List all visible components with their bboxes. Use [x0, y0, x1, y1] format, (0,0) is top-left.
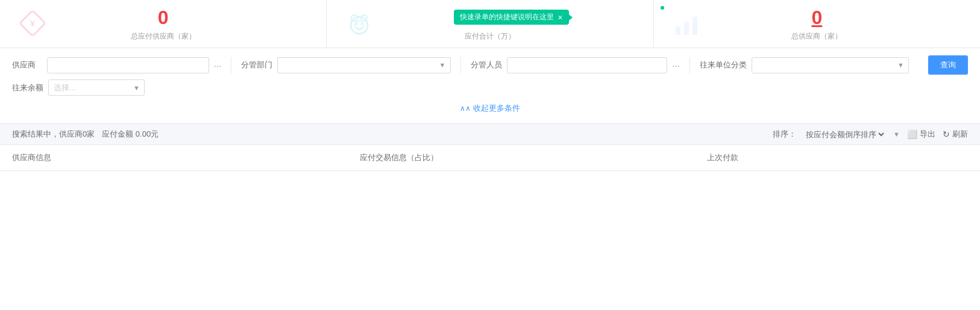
refresh-icon: ↻	[943, 129, 950, 139]
manager-input[interactable]	[507, 57, 668, 73]
export-label: 导出	[920, 129, 935, 140]
query-button[interactable]: 查询	[928, 55, 968, 75]
results-bar: 搜索结果中，供应商0家 应付金额 0.00元 排序： 按应付会额倒序排序 ▼ ⬜…	[0, 124, 980, 145]
svg-point-6	[356, 23, 358, 25]
total-suppliers-label: 总供应商（家）	[791, 31, 842, 42]
table-header: 供应商信息 应付交易信息（占比） 上次付款	[0, 145, 980, 171]
payable-total-label: 应付合计（万）	[465, 31, 515, 42]
supplier-dots[interactable]: ···	[214, 60, 222, 70]
balance-select-wrapper: 选择... ▼	[48, 79, 145, 96]
filter-row-2: 往来余额 选择... ▼	[12, 79, 968, 96]
unit-category-select-wrapper: ▼	[752, 57, 909, 73]
collapse-up-icon: ∧∧	[460, 104, 471, 113]
department-select[interactable]	[277, 57, 450, 73]
unit-category-label: 往来单位分类	[700, 60, 747, 70]
tooltip-text: 快速录单的快捷键说明在这里	[460, 12, 554, 22]
balance-select[interactable]: 选择...	[48, 79, 145, 96]
collapse-button[interactable]: ∧∧ 收起更多条件	[460, 103, 520, 114]
bear-icon	[345, 10, 374, 39]
query-btn-wrapper: 查询	[928, 55, 968, 75]
balance-label: 往来余额	[12, 82, 43, 93]
results-info: 搜索结果中，供应商0家 应付金额 0.00元	[12, 129, 159, 140]
stat-payable-suppliers: ¥ 0 总应付供应商（家）	[0, 0, 327, 48]
sort-label: 排序：	[773, 129, 796, 140]
payable-suppliers-number: 0	[158, 6, 169, 29]
col-transaction-header: 应付交易信息（占比）	[360, 152, 708, 163]
supplier-filter-group: 供应商 ···	[12, 57, 231, 73]
chart-icon	[672, 10, 701, 39]
svg-point-7	[361, 23, 363, 25]
unit-category-select[interactable]	[752, 57, 909, 73]
svg-rect-10	[693, 17, 697, 35]
department-label: 分管部门	[241, 60, 272, 70]
unit-category-filter-group: 往来单位分类 ▼	[700, 57, 919, 73]
filter-section: 供应商 ··· 分管部门 ▼ 分管人员 ··· 往来单位分类	[0, 48, 980, 124]
manager-dots[interactable]: ···	[672, 60, 680, 70]
table-section: 供应商信息 应付交易信息（占比） 上次付款	[0, 145, 980, 310]
collapse-label: 收起更多条件	[473, 103, 520, 114]
svg-point-2	[351, 17, 368, 34]
total-suppliers-number: 0	[811, 6, 822, 29]
refresh-button[interactable]: ↻ 刷新	[943, 129, 968, 140]
sort-select[interactable]: 按应付会额倒序排序	[803, 129, 886, 140]
col-supplier-header: 供应商信息	[12, 152, 360, 163]
table-body	[0, 171, 980, 310]
balance-filter-group: 往来余额 选择... ▼	[12, 79, 145, 96]
tooltip-dot	[659, 5, 665, 11]
svg-text:¥: ¥	[30, 19, 35, 28]
col-lastpay-header: 上次付款	[707, 152, 968, 163]
department-filter-group: 分管部门 ▼	[241, 57, 460, 73]
stat-total-suppliers: 0 总供应商（家）	[654, 0, 980, 48]
sort-chevron-icon: ▼	[893, 131, 900, 138]
export-button[interactable]: ⬜ 导出	[907, 129, 935, 140]
collapse-row: ∧∧ 收起更多条件	[12, 101, 968, 119]
export-icon: ⬜	[907, 129, 917, 139]
tooltip-close-btn[interactable]: ×	[558, 13, 562, 22]
stats-bar: ¥ 0 总应付供应商（家） 快速录单的快捷键说明在这里 × 0.00 应付合计（…	[0, 0, 980, 48]
supplier-input[interactable]	[47, 57, 209, 73]
svg-rect-8	[676, 26, 680, 35]
results-text: 搜索结果中，供应商0家	[12, 129, 95, 140]
diamond-icon: ¥	[18, 10, 47, 39]
department-select-wrapper: ▼	[277, 57, 450, 73]
refresh-label: 刷新	[952, 129, 968, 140]
results-amount: 应付金额 0.00元	[102, 129, 159, 140]
filter-row-1: 供应商 ··· 分管部门 ▼ 分管人员 ··· 往来单位分类	[12, 55, 968, 75]
payable-suppliers-label: 总应付供应商（家）	[131, 31, 196, 42]
svg-point-5	[355, 21, 363, 29]
manager-label: 分管人员	[471, 60, 502, 70]
manager-filter-group: 分管人员 ···	[471, 57, 690, 73]
stat-payable-total: 快速录单的快捷键说明在这里 × 0.00 应付合计（万）	[327, 0, 653, 48]
tooltip: 快速录单的快捷键说明在这里 ×	[454, 10, 568, 25]
tooltip-container: 快速录单的快捷键说明在这里 ×	[656, 5, 665, 11]
supplier-label: 供应商	[12, 60, 42, 70]
svg-rect-9	[684, 22, 689, 35]
results-actions: 排序： 按应付会额倒序排序 ▼ ⬜ 导出 ↻ 刷新	[773, 129, 968, 140]
